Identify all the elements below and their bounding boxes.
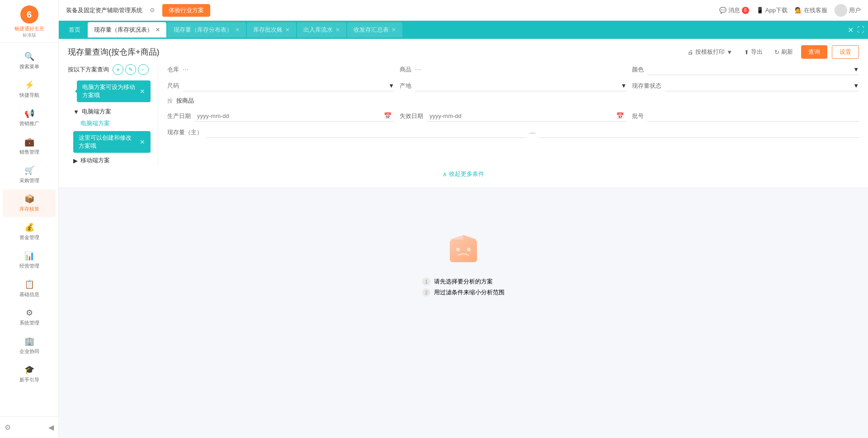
tab-inout-flow[interactable]: 出入库流水 ✕ bbox=[297, 22, 346, 38]
edit-tooltip-close[interactable]: ✕ bbox=[140, 138, 145, 146]
tab-inventory-dist[interactable]: 现存量（库存分布表） ✕ bbox=[167, 22, 246, 38]
export-icon: ⬆ bbox=[744, 49, 749, 56]
edit-scheme-btn[interactable]: ✎ bbox=[125, 64, 136, 75]
app-label: App下载 bbox=[765, 6, 788, 14]
size-select[interactable]: ▼ bbox=[183, 80, 394, 91]
sales-icon: 💼 bbox=[24, 137, 34, 147]
guide-icon: 🎓 bbox=[24, 365, 34, 375]
row3-goods-label: 按商品 bbox=[176, 97, 194, 105]
sidebar-item-sales[interactable]: 💼 销售管理 bbox=[3, 132, 56, 160]
sidebar: 6 畅捷通好生意 标准版 🔍 搜索菜单 ⚡ 快捷导航 📢 营销推广 💼 销售管理… bbox=[0, 0, 59, 438]
back-scheme-btn[interactable]: ← bbox=[138, 64, 149, 75]
nav-menu: 🔍 搜索菜单 ⚡ 快捷导航 📢 营销推广 💼 销售管理 🛒 采购管理 📦 库存核… bbox=[0, 42, 58, 416]
tabbar: 首页 现存量（库存状况表） ✕ 现存量（库存分布表） ✕ 库存批次账 ✕ 出入库… bbox=[59, 21, 868, 39]
message-label: 消息 bbox=[728, 6, 740, 14]
message-badge: 6 bbox=[742, 7, 749, 14]
tab-batch-account[interactable]: 库存批次账 ✕ bbox=[247, 22, 296, 38]
tab-close-inventory-dist[interactable]: ✕ bbox=[235, 27, 240, 33]
export-btn[interactable]: ⬆ 导出 bbox=[741, 46, 766, 58]
sidebar-item-operation[interactable]: 📊 经营管理 bbox=[3, 246, 56, 274]
pc-scheme-item-text: 电脑端方案 bbox=[80, 119, 110, 127]
sidebar-item-finance[interactable]: 💰 资金管理 bbox=[3, 218, 56, 245]
message-btn[interactable]: 💬 消息 6 bbox=[719, 6, 749, 14]
online-service-btn[interactable]: 💁 在线客服 bbox=[795, 6, 827, 14]
filter-batch: 批号 bbox=[632, 110, 859, 122]
sidebar-item-guide[interactable]: 🎓 新手引导 bbox=[3, 360, 56, 388]
sidebar-item-quick[interactable]: ⚡ 快捷导航 bbox=[3, 75, 56, 103]
filter-produce-date: 生产日期 📅 bbox=[167, 110, 394, 122]
sidebar-item-enterprise[interactable]: 🏢 企业协同 bbox=[3, 332, 56, 359]
filter-header: 按以下方案查询 + ✎ ← bbox=[68, 64, 151, 75]
pc-tooltip-close[interactable]: ✕ bbox=[140, 88, 145, 95]
user-btn[interactable]: 用户 bbox=[835, 4, 861, 17]
collapse-label: 收起更多条件 bbox=[449, 170, 484, 178]
filter-stock-status: 现存量状态 ▼ bbox=[632, 80, 859, 91]
filter-row-1: 仓库 ··· 商品 ··· 颜色 ▼ bbox=[167, 64, 859, 75]
tab-close-all-btn[interactable]: ✕ bbox=[848, 26, 854, 34]
sidebar-item-search[interactable]: 🔍 搜索菜单 bbox=[3, 47, 56, 75]
query-button[interactable]: 查询 bbox=[801, 45, 827, 59]
pc-scheme-arrow: ▼ bbox=[73, 108, 79, 115]
tab-close-inventory-status[interactable]: ✕ bbox=[156, 27, 160, 33]
marketing-icon: 📢 bbox=[24, 108, 34, 118]
empty-tips: 1 请先选择要分析的方案 2 用过滤条件来缩小分析范围 bbox=[422, 276, 505, 298]
tab-close-inout-flow[interactable]: ✕ bbox=[335, 27, 340, 33]
expire-date-icon[interactable]: 📅 bbox=[616, 112, 624, 119]
settings-button[interactable]: 设置 bbox=[832, 45, 859, 59]
empty-tip-1: 1 请先选择要分析的方案 bbox=[422, 276, 505, 287]
tab-close-receive-summary[interactable]: ✕ bbox=[392, 27, 396, 33]
tab-receive-summary[interactable]: 收发存汇总表 ✕ bbox=[347, 22, 402, 38]
tab-close-batch-account[interactable]: ✕ bbox=[285, 27, 290, 33]
collapse-bar[interactable]: ∧ 收起更多条件 bbox=[68, 166, 859, 182]
batch-input[interactable] bbox=[647, 111, 859, 122]
sidebar-item-purchase[interactable]: 🛒 采购管理 bbox=[3, 161, 56, 188]
tab-label-inout-flow: 出入库流水 bbox=[303, 26, 333, 34]
tab-inventory-status[interactable]: 现存量（库存状况表） ✕ bbox=[88, 22, 166, 38]
experience-button[interactable]: 体验行业方案 bbox=[162, 4, 210, 17]
nav-label-inventory: 库存核算 bbox=[19, 206, 39, 212]
origin-select[interactable]: ▼ bbox=[415, 80, 627, 91]
produce-date-input[interactable] bbox=[197, 113, 382, 119]
tab-fullscreen-btn[interactable]: ⛶ bbox=[857, 26, 864, 34]
goods-dots[interactable]: ··· bbox=[415, 66, 421, 74]
size-dropdown-icon: ▼ bbox=[388, 82, 394, 89]
pc-scheme-label: 电脑端方案 bbox=[82, 108, 111, 116]
tab-label-inventory-status: 现存量（库存状况表） bbox=[94, 26, 153, 34]
print-btn[interactable]: 🖨 按模板打印 ▼ bbox=[684, 46, 736, 58]
stock-main-max[interactable] bbox=[539, 127, 859, 138]
edit-tooltip-text: 这里可以创建和修改方案哦 bbox=[79, 134, 136, 150]
operation-icon: 📊 bbox=[24, 251, 34, 261]
sidebar-item-base[interactable]: 📋 基础信息 bbox=[3, 275, 56, 302]
pc-tooltip-text: 电脑方案可设为移动方案哦 bbox=[82, 83, 136, 99]
produce-date-icon[interactable]: 📅 bbox=[384, 112, 392, 119]
filter-fields: 仓库 ··· 商品 ··· 颜色 ▼ bbox=[158, 64, 859, 166]
filter-goods: 商品 ··· bbox=[400, 64, 627, 75]
refresh-icon: ↻ bbox=[774, 49, 779, 56]
enterprise-icon: 🏢 bbox=[24, 336, 34, 346]
refresh-btn[interactable]: ↻ 刷新 bbox=[771, 46, 797, 58]
mobile-scheme-group[interactable]: ▶ 移动端方案 bbox=[73, 155, 151, 166]
stock-main-min[interactable] bbox=[206, 127, 526, 138]
sidebar-settings-btn[interactable]: ⚙ bbox=[3, 421, 13, 433]
pc-scheme-group[interactable]: ▼ 电脑端方案 bbox=[73, 106, 151, 118]
pc-scheme-item-0[interactable]: 电脑端方案 bbox=[80, 118, 151, 129]
topbar-settings-btn[interactable]: ⚙ bbox=[146, 4, 159, 17]
pc-tooltip-wrapper: 电脑方案可设为移动方案哦 ✕ bbox=[77, 80, 151, 102]
search-icon: 🔍 bbox=[24, 52, 34, 61]
expire-date-input-wrapper: 📅 bbox=[427, 110, 627, 122]
tab-home[interactable]: 首页 bbox=[62, 23, 87, 37]
empty-tip-2: 2 用过滤条件来缩小分析范围 bbox=[422, 287, 505, 298]
app-download-btn[interactable]: 📱 App下载 bbox=[756, 6, 788, 14]
color-select[interactable]: ▼ bbox=[647, 64, 859, 75]
expire-date-input[interactable] bbox=[429, 113, 614, 119]
sidebar-item-inventory[interactable]: 📦 库存核算 bbox=[3, 189, 56, 217]
nav-label-guide: 新手引导 bbox=[19, 377, 39, 383]
sidebar-collapse-btn[interactable]: ◀ bbox=[47, 421, 56, 433]
add-scheme-btn[interactable]: + bbox=[113, 64, 123, 75]
sidebar-item-system[interactable]: ⚙ 系统管理 bbox=[3, 303, 56, 331]
stock-status-select[interactable]: ▼ bbox=[665, 80, 859, 91]
tip-text-2: 用过滤条件来缩小分析范围 bbox=[434, 288, 505, 297]
warehouse-dots[interactable]: ··· bbox=[183, 66, 189, 74]
sidebar-item-marketing[interactable]: 📢 营销推广 bbox=[3, 104, 56, 132]
produce-date-input-wrapper: 📅 bbox=[194, 110, 394, 122]
